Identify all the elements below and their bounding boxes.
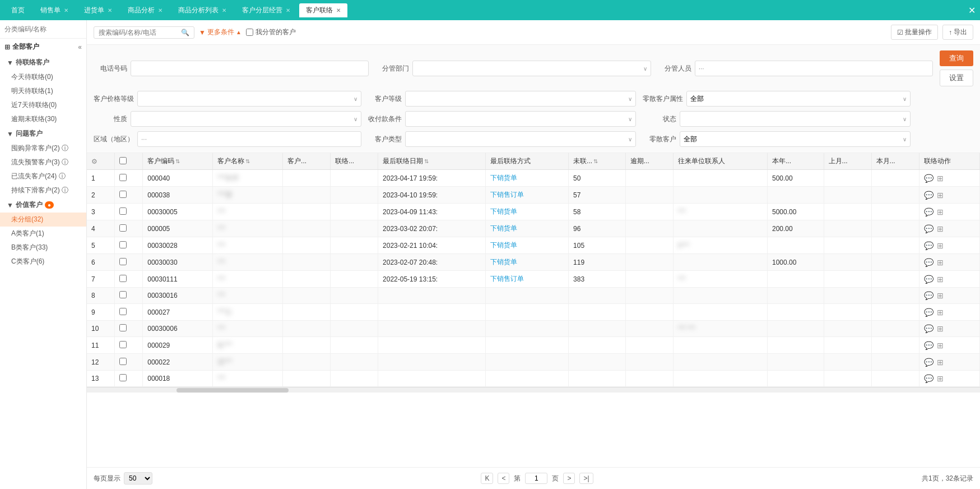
cell-last-method[interactable]: 下销货单 bbox=[485, 204, 568, 220]
more-conditions-button[interactable]: ▼ 更多条件 ▲ bbox=[199, 27, 241, 37]
cell-last-method[interactable] bbox=[485, 321, 568, 337]
last-page-button[interactable]: >| bbox=[579, 473, 593, 484]
chat-icon[interactable]: 💬 bbox=[924, 374, 933, 383]
cell-last-method[interactable] bbox=[485, 354, 568, 371]
chat-icon[interactable]: 💬 bbox=[924, 224, 933, 233]
customer-level-select[interactable]: ∨ bbox=[405, 91, 636, 107]
row-checkbox[interactable] bbox=[119, 308, 127, 315]
sidebar-item-tomorrow-pending[interactable]: 明天待联络(1) bbox=[0, 84, 86, 98]
grid-action-icon[interactable]: ⊞ bbox=[937, 358, 944, 367]
contact-method-link[interactable]: 下销售订单 bbox=[490, 191, 524, 199]
row-checkbox[interactable] bbox=[119, 291, 127, 298]
cell-last-method[interactable]: 下销售订单 bbox=[485, 187, 568, 204]
grid-action-icon[interactable]: ⊞ bbox=[937, 174, 944, 183]
col-no-contact[interactable]: 未联...⇅ bbox=[569, 153, 626, 170]
sparse-attr-select[interactable]: 全部 ∨ bbox=[686, 91, 911, 107]
export-button[interactable]: ↑ 导出 bbox=[942, 25, 973, 40]
row-checkbox[interactable] bbox=[119, 358, 127, 365]
my-customers-checkbox[interactable]: 我分管的客户 bbox=[246, 27, 296, 37]
chat-icon[interactable]: 💬 bbox=[924, 291, 933, 300]
close-icon[interactable]: ✕ bbox=[286, 7, 290, 13]
close-icon[interactable]: ✕ bbox=[336, 7, 341, 13]
query-button[interactable]: 查询 bbox=[940, 50, 973, 66]
cell-last-method[interactable]: 下销货单 bbox=[485, 170, 568, 187]
prev-page-button[interactable]: < bbox=[498, 473, 509, 484]
cell-checkbox[interactable] bbox=[115, 321, 143, 337]
tab-home[interactable]: 首页 bbox=[4, 3, 31, 17]
tab-sales[interactable]: 销售单 ✕ bbox=[34, 3, 75, 17]
row-checkbox[interactable] bbox=[119, 224, 127, 232]
col-name[interactable]: 客户名称⇅ bbox=[213, 153, 283, 170]
chat-icon[interactable]: 💬 bbox=[924, 241, 933, 250]
close-icon[interactable]: ✕ bbox=[108, 7, 112, 13]
chat-icon[interactable]: 💬 bbox=[924, 308, 933, 317]
grid-action-icon[interactable]: ⊞ bbox=[937, 341, 944, 350]
cell-last-method[interactable]: 下销货单 bbox=[485, 254, 568, 271]
chat-icon[interactable]: 💬 bbox=[924, 358, 933, 367]
col-code[interactable]: 客户编码⇅ bbox=[143, 153, 213, 170]
nature-select[interactable]: ∨ bbox=[131, 111, 361, 127]
grid-action-icon[interactable]: ⊞ bbox=[937, 207, 944, 216]
chat-icon[interactable]: 💬 bbox=[924, 258, 933, 267]
contact-method-link[interactable]: 下销货单 bbox=[490, 258, 517, 266]
select-all-checkbox[interactable] bbox=[119, 157, 127, 164]
row-checkbox[interactable] bbox=[119, 207, 127, 215]
manager-input[interactable]: ··· bbox=[695, 61, 933, 76]
cell-checkbox[interactable] bbox=[115, 288, 143, 304]
row-checkbox[interactable] bbox=[119, 324, 127, 331]
chat-icon[interactable]: 💬 bbox=[924, 174, 933, 183]
horizontal-scrollbar[interactable] bbox=[87, 387, 980, 393]
contact-method-link[interactable]: 下销货单 bbox=[490, 241, 517, 249]
tab-customer-segment[interactable]: 客户分层经营 ✕ bbox=[235, 3, 297, 17]
dept-select[interactable]: ∨ bbox=[412, 61, 651, 76]
chat-icon[interactable]: 💬 bbox=[924, 207, 933, 216]
cell-last-method[interactable]: 下销售订单 bbox=[485, 271, 568, 288]
sidebar-item-class-b[interactable]: B类客户(33) bbox=[0, 241, 86, 255]
section-pending-contact[interactable]: ▼ 待联络客户 bbox=[0, 55, 86, 70]
row-checkbox[interactable] bbox=[119, 275, 127, 282]
grid-action-icon[interactable]: ⊞ bbox=[937, 275, 944, 284]
contact-method-link[interactable]: 下销货单 bbox=[490, 174, 517, 182]
settings-icon[interactable]: ⚙ bbox=[91, 158, 97, 165]
search-icon[interactable]: 🔍 bbox=[181, 29, 189, 36]
grid-action-icon[interactable]: ⊞ bbox=[937, 324, 944, 333]
grid-action-icon[interactable]: ⊞ bbox=[937, 191, 944, 200]
scrollbar-thumb[interactable] bbox=[177, 388, 289, 393]
my-customers-check[interactable] bbox=[246, 29, 253, 36]
col-checkbox[interactable] bbox=[115, 153, 143, 170]
cell-checkbox[interactable] bbox=[115, 170, 143, 187]
cell-checkbox[interactable] bbox=[115, 371, 143, 387]
sidebar-search-input[interactable] bbox=[4, 25, 87, 33]
sidebar-search-bar[interactable]: 🔍 bbox=[0, 20, 86, 39]
reset-button[interactable]: 设置 bbox=[940, 70, 973, 86]
grid-action-icon[interactable]: ⊞ bbox=[937, 241, 944, 250]
sidebar-item-class-c[interactable]: C类客户(6) bbox=[0, 255, 86, 269]
cell-last-method[interactable] bbox=[485, 304, 568, 321]
contact-method-link[interactable]: 下销售订单 bbox=[490, 275, 524, 283]
contact-method-link[interactable]: 下销货单 bbox=[490, 207, 517, 215]
search-input[interactable] bbox=[99, 29, 179, 36]
cell-checkbox[interactable] bbox=[115, 271, 143, 288]
cell-checkbox[interactable] bbox=[115, 337, 143, 354]
chat-icon[interactable]: 💬 bbox=[924, 341, 933, 350]
cell-last-method[interactable] bbox=[485, 288, 568, 304]
sidebar-item-today-pending[interactable]: 今天待联络(0) bbox=[0, 70, 86, 84]
row-checkbox[interactable] bbox=[119, 341, 127, 348]
sidebar-item-7day-pending[interactable]: 近7天待联络(0) bbox=[0, 98, 86, 112]
sidebar-item-churn-warning[interactable]: 流失预警客户(3) ⓘ bbox=[0, 155, 86, 169]
chat-icon[interactable]: 💬 bbox=[924, 324, 933, 333]
close-icon[interactable]: ✕ bbox=[222, 7, 226, 13]
sidebar-item-class-a[interactable]: A类客户(1) bbox=[0, 227, 86, 241]
col-last-contact-date[interactable]: 最后联络日期⇅ bbox=[378, 153, 486, 170]
chat-icon[interactable]: 💬 bbox=[924, 191, 933, 200]
cell-checkbox[interactable] bbox=[115, 354, 143, 371]
collapse-icon[interactable]: « bbox=[78, 43, 82, 51]
tab-purchase[interactable]: 进货单 ✕ bbox=[77, 3, 119, 17]
cell-checkbox[interactable] bbox=[115, 204, 143, 220]
cell-checkbox[interactable] bbox=[115, 304, 143, 321]
payment-select[interactable]: ∨ bbox=[405, 111, 636, 127]
customer-type-select[interactable]: ∨ bbox=[405, 131, 636, 147]
sidebar-item-unclassified[interactable]: 未分组(32) bbox=[0, 213, 86, 227]
region-input[interactable]: ··· bbox=[137, 131, 361, 147]
row-checkbox[interactable] bbox=[119, 241, 127, 248]
